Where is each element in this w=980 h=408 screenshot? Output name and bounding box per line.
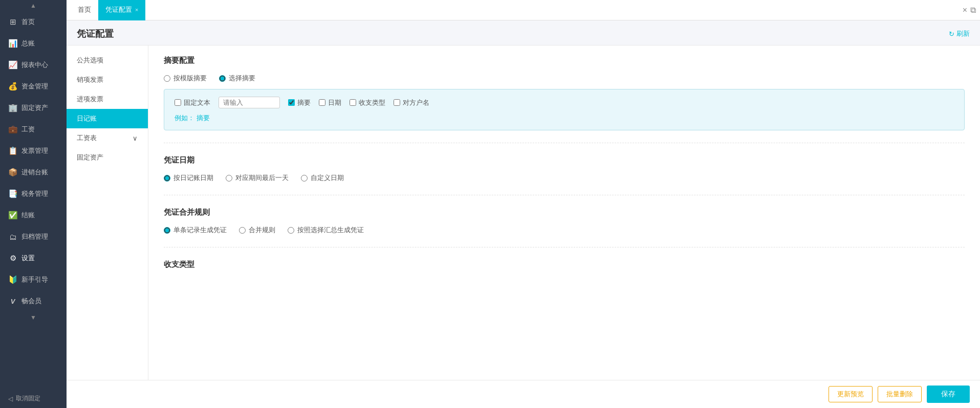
window-close-icon[interactable]: × [963, 6, 967, 15]
fixed-text-label: 固定文本 [184, 98, 210, 107]
save-button[interactable]: 保存 [927, 386, 970, 403]
income-type-label: 收支类型 [359, 98, 385, 107]
date-checkbox[interactable]: 日期 [319, 98, 341, 107]
sidebar-item-settlement[interactable]: ✅ 结账 [0, 205, 67, 226]
guide-icon: 🔰 [8, 275, 17, 284]
batch-delete-button[interactable]: 批量删除 [878, 386, 922, 402]
sidebar-scroll-down[interactable]: ▼ [0, 312, 67, 323]
tax-icon: 📑 [8, 189, 17, 198]
left-nav-public-options[interactable]: 公共选项 [67, 51, 148, 70]
template-summary-radio[interactable]: 按模版摘要 [164, 74, 207, 83]
sidebar-item-fund[interactable]: 💰 资金管理 [0, 76, 67, 97]
income-type-checkbox[interactable]: 收支类型 [350, 98, 385, 107]
last-day-period-radio[interactable]: 对应期间最后一天 [226, 173, 289, 183]
by-journal-date-input[interactable] [164, 175, 170, 182]
sidebar: ▲ ⊞ 首页 📊 总账 📈 报表中心 💰 资金管理 🏢 固定资产 💼 工资 📋 … [0, 0, 67, 408]
left-nav-journal[interactable]: 日记账 [67, 109, 148, 128]
invoice-icon: 📋 [8, 146, 17, 155]
fixed-text-input[interactable] [175, 99, 181, 106]
summary-radio-group: 按模版摘要 选择摘要 [164, 74, 965, 83]
tab-close-icon[interactable]: × [135, 7, 138, 13]
merge-rule-radio[interactable]: 合并规则 [239, 225, 275, 235]
voucher-merge-section: 凭证合并规则 单条记录生成凭证 合并规则 按照选择汇总生成凭证 [164, 208, 965, 247]
counterpart-checkbox[interactable]: 对方户名 [394, 98, 429, 107]
select-summary-merge-radio[interactable]: 按照选择汇总生成凭证 [288, 225, 364, 235]
sidebar-item-label: 畅会员 [21, 297, 41, 306]
custom-date-radio[interactable]: 自定义日期 [301, 173, 344, 183]
example-value: 摘要 [197, 114, 210, 122]
summary-checkbox[interactable]: 摘要 [288, 98, 311, 107]
sidebar-item-archive[interactable]: 🗂 归档管理 [0, 226, 67, 247]
left-nav-sales-invoice[interactable]: 销项发票 [67, 70, 148, 89]
counterpart-label: 对方户名 [403, 98, 429, 107]
sidebar-item-home[interactable]: ⊞ 首页 [0, 11, 67, 33]
update-preview-button[interactable]: 更新预览 [829, 386, 873, 402]
select-summary-label: 选择摘要 [229, 74, 255, 83]
sidebar-item-label: 设置 [21, 254, 35, 263]
refresh-button[interactable]: ↻ 刷新 [949, 29, 970, 38]
left-nav-payroll-table[interactable]: 工资表 ∨ [67, 128, 148, 148]
merge-rule-input[interactable] [239, 227, 246, 234]
date-check-input[interactable] [319, 99, 325, 106]
tab-home[interactable]: 首页 [71, 0, 98, 20]
summary-checkboxes-row: 固定文本 摘要 日期 收支类型 [175, 97, 954, 108]
sidebar-item-label: 首页 [21, 17, 35, 27]
last-day-period-input[interactable] [226, 175, 232, 182]
sidebar-item-settings[interactable]: ⚙ 设置 [0, 247, 67, 269]
sidebar-item-general-ledger[interactable]: 📊 总账 [0, 33, 67, 54]
left-nav-label: 日记账 [77, 114, 97, 123]
sidebar-scroll-up[interactable]: ▲ [0, 0, 67, 11]
chevron-down-icon: ∨ [133, 134, 138, 142]
sidebar-item-reports[interactable]: 📈 报表中心 [0, 54, 67, 76]
bottom-bar: 更新预览 批量删除 保存 [67, 380, 980, 408]
unpin-label: 取消固定 [16, 394, 40, 403]
custom-date-label: 自定义日期 [311, 173, 344, 183]
by-journal-date-label: 按日记账日期 [173, 173, 213, 183]
window-resize-icon[interactable]: ⧉ [970, 6, 976, 15]
sidebar-item-invoice[interactable]: 📋 发票管理 [0, 140, 67, 162]
fund-icon: 💰 [8, 82, 17, 91]
sidebar-item-label: 进销台账 [21, 168, 48, 177]
main-area: 首页 凭证配置 × × ⧉ 凭证配置 ↻ 刷新 公共选项 销项发票 进 [67, 0, 980, 408]
sidebar-item-label: 报表中心 [21, 60, 48, 70]
merge-rule-label: 合并规则 [249, 225, 275, 235]
voucher-date-radio-group: 按日记账日期 对应期间最后一天 自定义日期 [164, 173, 965, 183]
sidebar-item-tax[interactable]: 📑 税务管理 [0, 183, 67, 205]
page-title: 凭证配置 [77, 28, 114, 40]
sidebar-item-fixed-assets[interactable]: 🏢 固定资产 [0, 97, 67, 119]
sidebar-item-payroll[interactable]: 💼 工资 [0, 119, 67, 140]
example-prefix: 例如： [175, 114, 194, 122]
income-type-input[interactable] [350, 99, 356, 106]
fixed-text-field[interactable] [219, 97, 280, 108]
sidebar-item-vip[interactable]: V 畅会员 [0, 290, 67, 312]
left-nav-fixed-assets[interactable]: 固定资产 [67, 148, 148, 167]
date-label: 日期 [328, 98, 341, 107]
left-nav: 公共选项 销项发票 进项发票 日记账 工资表 ∨ 固定资产 [67, 46, 148, 380]
template-summary-input[interactable] [164, 75, 170, 82]
tab-voucher-config[interactable]: 凭证配置 × [98, 0, 145, 20]
left-nav-label: 固定资产 [77, 153, 103, 162]
fixed-text-checkbox[interactable]: 固定文本 [175, 98, 210, 107]
archive-icon: 🗂 [8, 233, 17, 241]
summary-config-title: 摘要配置 [164, 56, 965, 65]
single-record-label: 单条记录生成凭证 [173, 225, 227, 235]
by-journal-date-radio[interactable]: 按日记账日期 [164, 173, 213, 183]
single-record-input[interactable] [164, 227, 170, 234]
sidebar-item-guide[interactable]: 🔰 新手引导 [0, 269, 67, 290]
sidebar-item-label: 资金管理 [21, 82, 48, 91]
page-header: 凭证配置 ↻ 刷新 [67, 20, 980, 46]
counterpart-input[interactable] [394, 99, 400, 106]
sidebar-item-purchase-sales[interactable]: 📦 进销台账 [0, 162, 67, 183]
sidebar-unpin-button[interactable]: ◁ 取消固定 [0, 389, 67, 408]
summary-check-input[interactable] [288, 99, 295, 106]
select-summary-merge-input[interactable] [288, 227, 294, 234]
payroll-icon: 💼 [8, 125, 17, 134]
select-summary-radio[interactable]: 选择摘要 [219, 74, 255, 83]
select-summary-input[interactable] [219, 75, 226, 82]
voucher-date-section: 凭证日期 按日记账日期 对应期间最后一天 自定义日期 [164, 155, 965, 195]
custom-date-input[interactable] [301, 175, 308, 182]
single-record-radio[interactable]: 单条记录生成凭证 [164, 225, 227, 235]
left-nav-purchase-invoice[interactable]: 进项发票 [67, 89, 148, 109]
voucher-merge-title: 凭证合并规则 [164, 208, 965, 217]
summary-config-section: 摘要配置 按模版摘要 选择摘要 固定文本 [164, 56, 965, 143]
